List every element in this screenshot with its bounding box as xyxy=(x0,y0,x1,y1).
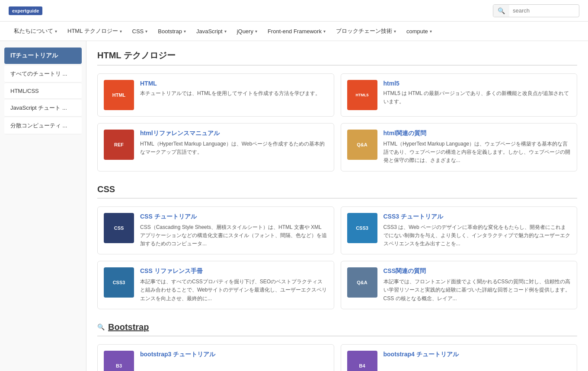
htmlref-card-desc: HTML（HyperText Markup Language）は、Webページを… xyxy=(140,140,328,156)
chevron-down-icon: ▾ xyxy=(184,29,186,34)
bootstrap4-card[interactable]: B4 bootstrap4 チュートリアル xyxy=(341,344,578,371)
main-nav: 私たちについて ▾ HTML テクノロジー ▾ CSS ▾ Bootstrap … xyxy=(0,22,588,41)
nav-item-javascript[interactable]: JavaScript ▾ xyxy=(191,22,232,41)
css-cards-grid: CSS CSS チュートリアル CSS（Cascading Style Shee… xyxy=(97,206,577,309)
page-layout: ITチュートリアル すべてのチュートリ ... HTML/CSS JavaScr… xyxy=(0,41,588,371)
chevron-down-icon: ▾ xyxy=(430,29,432,34)
sidebar-item-distributed[interactable]: 分散コンピューティ ... xyxy=(4,117,82,134)
html-card-desc: 本チュートリアルでは、HTMLを使用してサイトを作成する方法を学びます。 xyxy=(140,89,328,98)
search-icon: 🔍 xyxy=(97,323,105,330)
sidebar: ITチュートリアル すべてのチュートリ ... HTML/CSS JavaScr… xyxy=(0,41,86,371)
nav-item-compute[interactable]: compute ▾ xyxy=(401,22,437,41)
sidebar-item-javascript[interactable]: JavaScript チュート ... xyxy=(4,100,82,117)
section-title-html: HTML テクノロジー xyxy=(97,50,577,66)
sidebar-item-htmlcss[interactable]: HTML/CSS xyxy=(4,83,82,99)
cssqa-card-content: CSS関連の質問 本記事では、フロントエンド面接でよく聞かれるCSSの質問に対し… xyxy=(383,267,571,303)
cssref-card-content: CSS リファレンス手冊 本記事では、すべてのCSSプロパティを掘り下げ、SEO… xyxy=(140,267,328,303)
nav-item-jquery[interactable]: jQuery ▾ xyxy=(232,22,262,41)
search-button[interactable]: 🔍 xyxy=(493,5,509,17)
css3-thumbnail: CSS3 xyxy=(347,213,377,243)
html-card-title: HTML xyxy=(140,80,328,87)
cssref-card-desc: 本記事では、すべてのCSSプロパティを掘り下げ、SEOのベストプラクティスと組み… xyxy=(140,278,328,303)
nav-item-bootstrap[interactable]: Bootstrap ▾ xyxy=(153,22,191,41)
cssqa-card-title: CSS関連の質問 xyxy=(383,267,571,275)
html-section: HTML テクノロジー HTML HTML 本チュートリアルでは、HTMLを使用… xyxy=(97,50,577,171)
bootstrap-cards-grid: B3 bootstrap3 チュートリアル B4 bootstrap4 チュート… xyxy=(97,344,577,371)
css-thumbnail: CSS xyxy=(104,213,134,243)
search-input[interactable] xyxy=(509,5,574,16)
bootstrap3-card-title: bootstrap3 チュートリアル xyxy=(140,351,328,358)
html-card[interactable]: HTML HTML 本チュートリアルでは、HTMLを使用してサイトを作成する方法… xyxy=(97,73,334,117)
html5-card-title: html5 xyxy=(383,80,571,87)
nav-item-html[interactable]: HTML テクノロジー ▾ xyxy=(62,22,127,41)
cssref-thumbnail: CSS3 xyxy=(104,267,134,298)
chevron-down-icon: ▾ xyxy=(323,29,326,34)
bootstrap3-card[interactable]: B3 bootstrap3 チュートリアル xyxy=(97,344,334,371)
chevron-down-icon: ▾ xyxy=(224,29,227,34)
search-box: 🔍 xyxy=(493,4,579,17)
nav-item-blockchain[interactable]: ブロックチェーン技術 ▾ xyxy=(331,22,401,41)
css-card-desc: CSS（Cascading Style Sheets、層積スタイルシート）は、H… xyxy=(140,223,328,248)
cssref-card-title: CSS リファレンス手冊 xyxy=(140,267,328,275)
css3-card-title: CSS3 チュートリアル xyxy=(383,213,571,221)
chevron-down-icon: ▾ xyxy=(394,29,396,34)
cssqa-card-desc: 本記事では、フロントエンド面接でよく聞かれるCSSの質問に対し、信頼性の高い学習… xyxy=(383,278,571,303)
html5-card[interactable]: HTML5 html5 HTML5 は HTML の最新バージョンであり、多くの… xyxy=(341,73,578,117)
css-section: CSS CSS CSS チュートリアル CSS（Cascading Style … xyxy=(97,184,577,309)
chevron-down-icon: ▾ xyxy=(120,29,122,34)
logo[interactable]: expertguide xyxy=(9,6,42,15)
sidebar-title[interactable]: ITチュートリアル xyxy=(4,48,82,64)
section-title-bootstrap: 🔍 Bootstrap xyxy=(97,322,577,336)
section-title-css: CSS xyxy=(97,184,577,199)
css3-card-content: CSS3 チュートリアル CSS3 は、Web ページのデザインに革命的な変化を… xyxy=(383,213,571,248)
css-card-content: CSS チュートリアル CSS（Cascading Style Sheets、層… xyxy=(140,213,328,248)
css-card[interactable]: CSS CSS チュートリアル CSS（Cascading Style Shee… xyxy=(97,206,334,255)
htmlref-card-title: htmlリファレンスマニュアル xyxy=(140,130,328,137)
nav-item-frontend[interactable]: Front-end Framework ▾ xyxy=(262,22,331,41)
css-card-title: CSS チュートリアル xyxy=(140,213,328,221)
htmlref-thumbnail: REF xyxy=(104,130,134,160)
htmlqa-card[interactable]: Q&A html関連の質問 HTML（HyperText Markup Lang… xyxy=(341,123,578,171)
html-cards-grid: HTML HTML 本チュートリアルでは、HTMLを使用してサイトを作成する方法… xyxy=(97,73,577,171)
main-content: HTML テクノロジー HTML HTML 本チュートリアルでは、HTMLを使用… xyxy=(86,41,588,371)
css3-card-desc: CSS3 は、Web ページのデザインに革命的な変化をもたらし、開発者にこれまで… xyxy=(383,223,571,248)
bootstrap4-card-title: bootstrap4 チュートリアル xyxy=(383,351,571,358)
htmlqa-thumbnail: Q&A xyxy=(347,130,377,160)
bootstrap-section: 🔍 Bootstrap B3 bootstrap3 チュートリアル xyxy=(97,322,577,371)
html-thumbnail: HTML xyxy=(104,80,134,110)
cssqa-thumbnail: Q&A xyxy=(347,267,377,298)
htmlqa-card-title: html関連の質問 xyxy=(383,130,571,137)
bootstrap3-card-content: bootstrap3 チュートリアル xyxy=(140,351,328,361)
htmlqa-card-desc: HTML（HyperText Markup Language）は、ウェブページを… xyxy=(383,140,571,165)
html5-thumbnail: HTML5 xyxy=(347,80,377,110)
header: expertguide 🔍 xyxy=(0,0,588,22)
bootstrap4-card-content: bootstrap4 チュートリアル xyxy=(383,351,571,361)
html5-card-content: html5 HTML5 は HTML の最新バージョンであり、多くの新機能と改良… xyxy=(383,80,571,106)
htmlqa-card-content: html関連の質問 HTML（HyperText Markup Language… xyxy=(383,130,571,165)
htmlref-card-content: htmlリファレンスマニュアル HTML（HyperText Markup La… xyxy=(140,130,328,156)
chevron-down-icon: ▾ xyxy=(55,29,57,34)
html5-card-desc: HTML5 は HTML の最新バージョンであり、多くの新機能と改良点が追加され… xyxy=(383,89,571,106)
css3-card[interactable]: CSS3 CSS3 チュートリアル CSS3 は、Web ページのデザインに革命… xyxy=(341,206,578,255)
chevron-down-icon: ▾ xyxy=(255,29,257,34)
sidebar-item-all[interactable]: すべてのチュートリ ... xyxy=(4,66,82,82)
nav-item-css[interactable]: CSS ▾ xyxy=(127,22,153,41)
bootstrap3-thumbnail: B3 xyxy=(104,351,134,371)
cssref-card[interactable]: CSS3 CSS リファレンス手冊 本記事では、すべてのCSSプロパティを掘り下… xyxy=(97,261,334,309)
nav-item-about[interactable]: 私たちについて ▾ xyxy=(9,22,62,41)
chevron-down-icon: ▾ xyxy=(145,29,147,34)
cssqa-card[interactable]: Q&A CSS関連の質問 本記事では、フロントエンド面接でよく聞かれるCSSの質… xyxy=(341,261,578,309)
htmlref-card[interactable]: REF htmlリファレンスマニュアル HTML（HyperText Marku… xyxy=(97,123,334,171)
bootstrap4-thumbnail: B4 xyxy=(347,351,377,371)
html-card-content: HTML 本チュートリアルでは、HTMLを使用してサイトを作成する方法を学びます… xyxy=(140,80,328,98)
